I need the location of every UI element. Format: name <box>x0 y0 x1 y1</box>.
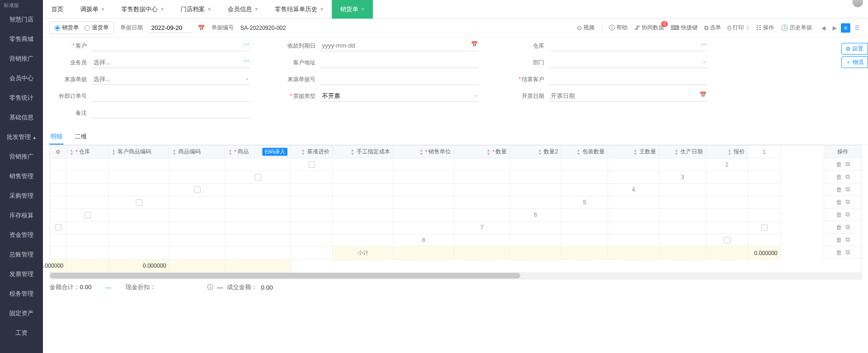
delete-icon[interactable]: 🗑 <box>836 236 842 243</box>
scan-input-button[interactable]: 扫码录入 <box>262 148 287 156</box>
copy-icon[interactable]: ⧉ <box>846 198 850 206</box>
grid-cell[interactable] <box>706 234 748 247</box>
delete-icon[interactable]: 🗑 <box>836 161 842 168</box>
grid-cell[interactable] <box>748 209 781 221</box>
grid-header-cell[interactable]: ▲▼包装数量 <box>561 145 608 159</box>
grid-cell[interactable] <box>50 209 67 221</box>
grid-cell[interactable] <box>333 159 393 171</box>
side-logistics-button[interactable]: ＋物流 <box>841 56 868 68</box>
sidebar-item-3[interactable]: 会员中心 <box>0 69 43 88</box>
calendar-icon[interactable]: 📅 <box>198 25 205 31</box>
grid-cell[interactable] <box>748 171 781 184</box>
grid-cell[interactable] <box>169 247 225 260</box>
grid-cell[interactable] <box>510 159 561 171</box>
sidebar-item-15[interactable]: 固定资产 <box>0 304 43 323</box>
grid-cell[interactable] <box>291 247 333 260</box>
nav-next-icon[interactable]: ▶ <box>830 23 839 33</box>
grid-cell[interactable] <box>169 184 225 196</box>
sidebar-item-13[interactable]: 发票管理 <box>0 264 43 284</box>
grid-cell[interactable] <box>169 196 225 209</box>
tab-close-icon[interactable]: × <box>361 6 364 13</box>
grid-cell[interactable] <box>454 159 510 171</box>
tab-close-icon[interactable]: × <box>320 6 323 13</box>
tab-close-icon[interactable]: × <box>208 6 211 13</box>
grid-cell[interactable] <box>225 234 291 247</box>
grid-cell[interactable] <box>50 221 67 234</box>
grid-cell[interactable] <box>510 234 561 247</box>
grid-cell[interactable] <box>659 184 706 196</box>
grid-cell[interactable] <box>109 221 169 234</box>
ext-order-no-input[interactable] <box>91 90 250 102</box>
grid-cell[interactable] <box>748 184 781 196</box>
sidebar-item-4[interactable]: 零售统计 <box>0 88 43 108</box>
tab-2d[interactable]: 二维 <box>74 130 88 145</box>
grid-cell[interactable] <box>706 184 748 196</box>
src-doc-input[interactable] <box>91 74 250 85</box>
copy-icon[interactable]: ⧉ <box>846 173 850 180</box>
grid-cell[interactable] <box>291 234 333 247</box>
copy-icon[interactable]: ⧉ <box>846 223 850 231</box>
sidebar-item-9[interactable]: 采购管理 <box>0 186 43 206</box>
grid-header-cell[interactable]: ▲▼*销售单位 <box>393 145 454 159</box>
grid-horizontal-scrollbar[interactable] <box>50 272 861 279</box>
tab-3[interactable]: 门店档案× <box>172 0 219 19</box>
checkbox[interactable] <box>255 174 261 180</box>
tool-help[interactable]: ⓘ帮助 <box>609 24 628 32</box>
grid-cell[interactable] <box>510 196 561 209</box>
tab-6[interactable]: 销货单× <box>332 0 373 19</box>
tool-video[interactable]: ⊙视频 <box>577 24 595 32</box>
grid-cell[interactable] <box>291 209 333 221</box>
view-list-icon[interactable]: ≡ <box>841 23 850 33</box>
grid-header-cell[interactable]: ▲▼手工指定成本 <box>333 145 393 159</box>
copy-icon[interactable]: ⧉ <box>846 211 850 218</box>
delete-icon[interactable]: 🗑 <box>836 224 842 231</box>
customer-input[interactable] <box>91 40 250 51</box>
checkbox[interactable] <box>136 199 142 206</box>
tab-close-icon[interactable]: × <box>161 6 164 13</box>
tool-operate[interactable]: ☷操作 <box>756 24 774 32</box>
checkbox[interactable] <box>84 212 91 218</box>
tab-4[interactable]: 会员信息× <box>219 0 266 19</box>
grid-header-cell[interactable]: ▲▼基准进价 <box>291 145 333 159</box>
copy-icon[interactable]: ⧉ <box>846 160 850 168</box>
grid-cell[interactable] <box>291 171 333 184</box>
grid-header-cell[interactable]: ▲▼*商品扫码录入 <box>225 145 291 159</box>
grid-cell[interactable] <box>608 196 659 209</box>
grid-cell[interactable] <box>67 196 109 209</box>
grid-cell[interactable] <box>561 221 608 234</box>
grid-cell[interactable] <box>291 221 333 234</box>
grid-cell[interactable] <box>109 247 169 260</box>
tool-pick-order[interactable]: ⧉选单 <box>704 24 721 32</box>
grid-cell[interactable] <box>706 209 748 221</box>
grid-cell[interactable] <box>225 171 291 184</box>
sidebar-item-12[interactable]: 总账管理 <box>0 245 43 264</box>
tab-1[interactable]: 调拨单× <box>72 0 113 19</box>
grid-cell[interactable] <box>454 184 510 196</box>
grid-cell[interactable] <box>561 159 608 171</box>
grid-cell[interactable] <box>393 196 454 209</box>
doc-date-input[interactable] <box>149 23 191 33</box>
grid-cell[interactable] <box>561 184 608 196</box>
invoice-type-input[interactable] <box>320 90 479 102</box>
grid-cell[interactable] <box>67 159 109 171</box>
grid-cell[interactable] <box>659 209 706 221</box>
grid-cell[interactable] <box>608 234 659 247</box>
grid-cell[interactable] <box>393 159 454 171</box>
grid-cell[interactable] <box>67 221 109 234</box>
grid-cell[interactable] <box>454 234 510 247</box>
grid-header-cell[interactable]: ▲▼主数量 <box>608 145 659 159</box>
tool-shortcut[interactable]: ⌨快捷键 <box>671 24 698 32</box>
tab-detail[interactable]: 明细 <box>49 130 63 145</box>
grid-header-cell[interactable]: ▲▼*仓库 <box>67 145 109 159</box>
warehouse-more-icon[interactable]: ⋯ <box>701 41 707 48</box>
grid-cell[interactable] <box>225 159 291 171</box>
salesman-more-icon[interactable]: ⋯ <box>244 58 249 64</box>
grid-cell[interactable] <box>225 196 291 209</box>
grid-cell[interactable] <box>659 159 706 171</box>
grid-cell[interactable] <box>333 196 393 209</box>
help-icon[interactable]: ⓘ <box>207 283 213 291</box>
checkbox[interactable] <box>308 161 315 168</box>
grid-cell[interactable] <box>748 234 781 247</box>
grid-cell[interactable] <box>109 171 169 184</box>
grid-header-cell[interactable]: ▲▼数量2 <box>510 145 561 159</box>
